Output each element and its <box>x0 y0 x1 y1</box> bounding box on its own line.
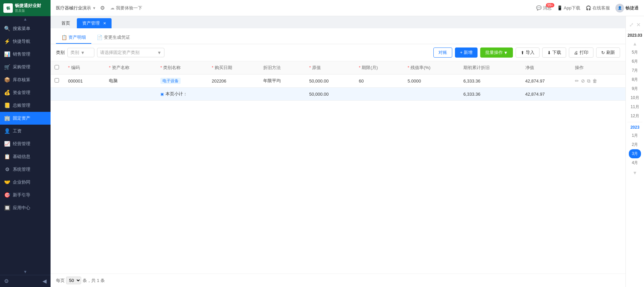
topbar-settings-icon[interactable]: ⚙ <box>100 5 105 11</box>
month-9[interactable]: 9月 <box>626 84 644 93</box>
asset-detail-icon: 📋 <box>61 35 67 40</box>
sidebar-item-label: 经营管理 <box>13 141 30 147</box>
expand-panel-icon[interactable]: ⤢ <box>628 20 635 29</box>
delete-icon[interactable]: 🗑 <box>592 78 597 84</box>
sidebar-item-inventory[interactable]: 📦 库存核算 <box>0 73 51 86</box>
collapse-sidebar-icon[interactable]: ◀ <box>42 278 47 284</box>
panel-down-arrow[interactable]: ▼ <box>631 169 639 177</box>
row-residual-rate: 5.0000 <box>403 74 459 88</box>
app-download-button[interactable]: 📱 App下载 <box>557 5 580 11</box>
copy-icon[interactable]: ⊘ <box>581 78 585 84</box>
month-list: 5月 6月 7月 8月 9月 10月 11月 12月 <box>626 48 644 121</box>
tab-asset-mgmt[interactable]: 资产管理 ✕ <box>77 18 112 28</box>
sidebar-item-ledger[interactable]: 📒 总账管理 <box>0 99 51 112</box>
sidebar-scroll-down[interactable]: ▼ <box>0 269 51 275</box>
sidebar-item-guide[interactable]: 🎯 新手引导 <box>0 189 51 201</box>
category-type-arrow: ▼ <box>81 50 85 55</box>
sidebar-scroll-up[interactable]: ▲ <box>0 16 51 22</box>
download-button[interactable]: ⬇ 下载 <box>542 47 566 58</box>
month-7[interactable]: 7月 <box>626 66 644 75</box>
company-name: 医疗器械行业演示 <box>56 5 91 11</box>
pagination-bar: 每页 50 条，共 1 条 <box>51 274 625 287</box>
company-selector[interactable]: 医疗器械行业演示 ▼ <box>56 5 96 11</box>
month-8[interactable]: 8月 <box>626 75 644 84</box>
sidebar-item-finance[interactable]: 💰 资金管理 <box>0 86 51 99</box>
per-page-select[interactable]: 50 <box>66 277 81 284</box>
sidebar: 畅 畅捷通好业财 普及版 ▲ 🔍 搜索菜单 ⚡ 快捷导航 📊 销售管理 🛒 采购… <box>0 0 51 287</box>
reconcile-label: 对账 <box>438 50 447 56</box>
sidebar-item-purchase[interactable]: 🛒 采购管理 <box>0 61 51 73</box>
tab-close-icon[interactable]: ✕ <box>103 21 106 25</box>
batch-ops-button[interactable]: 批量操作 ▼ <box>480 47 513 58</box>
sidebar-item-basic[interactable]: 📋 基础信息 <box>0 150 51 163</box>
change-voucher-icon: 📄 <box>97 35 102 40</box>
category-filter-select[interactable]: 请选择固定资产类别 ▼ <box>97 48 164 57</box>
month-4[interactable]: 4月 <box>626 158 644 167</box>
new-button[interactable]: + 新增 <box>455 47 478 58</box>
inner-page: 📋 资产明细 📄 变更生成凭证 类别 类别 ▼ <box>51 28 625 287</box>
subtotal-label: ▣ 本页小计： <box>156 88 259 101</box>
sidebar-item-ops[interactable]: 📈 经营管理 <box>0 137 51 150</box>
month-2[interactable]: 2月 <box>626 140 644 149</box>
month-12[interactable]: 12月 <box>626 111 644 121</box>
batch-ops-label: 批量操作 <box>485 50 503 56</box>
sidebar-item-collab[interactable]: 🤝 企业协同 <box>0 176 51 189</box>
month-11[interactable]: 11月 <box>626 102 644 111</box>
sub-tab-change-voucher[interactable]: 📄 变更生成凭证 <box>91 32 135 44</box>
month-1[interactable]: 1月 <box>626 131 644 140</box>
per-page-label: 每页 <box>56 278 65 284</box>
col-name: 资产名称 <box>105 61 156 74</box>
month-5[interactable]: 5月 <box>626 48 644 57</box>
col-period: 期限(月) <box>355 61 404 74</box>
month-6[interactable]: 6月 <box>626 57 644 66</box>
export-icon[interactable]: ⧉ <box>587 78 590 84</box>
finance-icon: 💰 <box>4 90 10 96</box>
asset-table: 编码 资产名称 类别名称 购买日期 折旧方法 原值 期限(月) 残值率(%) 期… <box>51 61 625 101</box>
category-badge: 电子设备 <box>160 78 181 84</box>
batch-ops-arrow: ▼ <box>503 50 508 55</box>
logo-icon: 畅 <box>3 3 13 13</box>
customer-service-button[interactable]: 🎧 在线客服 <box>586 5 610 11</box>
sidebar-item-fixed-assets[interactable]: 🏢 固定资产 <box>0 112 51 125</box>
month-3-active[interactable]: 3月 <box>629 149 641 158</box>
select-all-checkbox[interactable] <box>55 65 59 69</box>
sidebar-item-apps[interactable]: 🔲 应用中心 <box>0 201 51 214</box>
month-10[interactable]: 10月 <box>626 93 644 102</box>
month-list-2023: 1月 2月 3月 4月 <box>626 131 644 167</box>
sales-icon: 📊 <box>4 51 10 57</box>
right-panel-year: 2023.03 <box>627 31 642 40</box>
category-type-select[interactable]: 类别 ▼ <box>67 48 94 57</box>
sub-tab-asset-detail[interactable]: 📋 资产明细 <box>56 32 91 44</box>
download-icon: ⬇ <box>547 50 551 55</box>
import-button[interactable]: ⬆ 导入 <box>516 47 540 58</box>
sidebar-item-label: 基础信息 <box>13 154 30 160</box>
subtotal-empty-5 <box>355 88 404 101</box>
print-button[interactable]: 🖨 打印 <box>569 47 593 58</box>
reconcile-button[interactable]: 对账 <box>433 47 452 58</box>
close-panel-icon[interactable]: ✕ <box>635 20 642 29</box>
sidebar-item-system[interactable]: ⚙ 系统管理 <box>0 163 51 176</box>
sidebar-item-sales[interactable]: 📊 销售管理 <box>0 48 51 61</box>
row-checkbox[interactable] <box>55 78 59 83</box>
sidebar-item-search[interactable]: 🔍 搜索菜单 <box>0 22 51 35</box>
print-icon: 🖨 <box>574 50 578 55</box>
refresh-button[interactable]: ↻ 刷新 <box>596 47 620 58</box>
print-label: 打印 <box>580 50 588 56</box>
user-menu[interactable]: 👤 畅捷通 <box>615 4 639 12</box>
inventory-icon: 📦 <box>4 77 10 83</box>
subtotal-empty-7 <box>571 88 625 101</box>
sidebar-item-quick-nav[interactable]: ⚡ 快捷导航 <box>0 35 51 48</box>
subtotal-row: ▣ 本页小计： 50,000.00 6,333.36 42,874.97 <box>51 88 625 101</box>
row-net-value: 42,874.97 <box>521 74 571 88</box>
settings-bottom-icon[interactable]: ⚙ <box>4 278 9 284</box>
right-panel-header: ⤢ ✕ <box>626 19 644 31</box>
basic-icon: 📋 <box>4 154 10 160</box>
panel-up-arrow[interactable]: ▲ <box>631 40 639 48</box>
tab-home[interactable]: 首页 <box>56 18 75 28</box>
col-net-value: 净值 <box>521 61 571 74</box>
sidebar-item-payroll[interactable]: 👤 工资 <box>0 125 51 137</box>
edit-icon[interactable]: ✏ <box>575 78 579 84</box>
search-icon: 🔍 <box>4 26 10 32</box>
message-button[interactable]: 💬 消息 99+ <box>536 5 552 11</box>
experience-button[interactable]: ☁ 我要体验一下 <box>110 5 142 11</box>
